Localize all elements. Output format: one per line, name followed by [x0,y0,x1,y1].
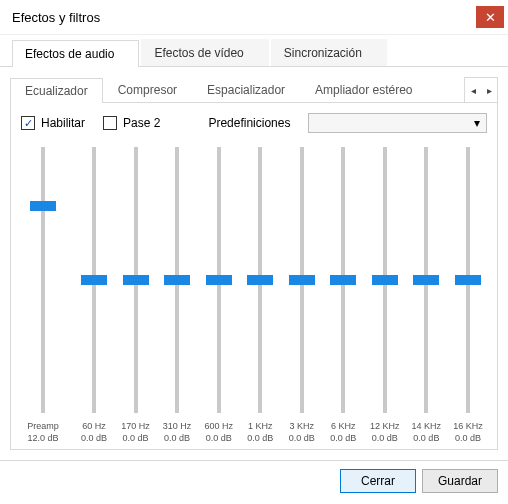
band-freq-label: 310 Hz [163,421,192,433]
band-slider[interactable] [300,147,304,413]
band-gain-value: 0.0 dB [247,433,273,443]
band-slider[interactable] [92,147,96,413]
slider-thumb[interactable] [247,275,273,285]
slider-thumb[interactable] [289,275,315,285]
enable-label: Habilitar [41,116,85,130]
band-gain-value: 0.0 dB [123,433,149,443]
eq-controls-row: ✓ Habilitar Pase 2 Predefiniciones ▾ [21,113,487,133]
band-slider[interactable] [466,147,470,413]
pass2-checkbox[interactable]: Pase 2 [103,116,160,130]
eq-band: 170 Hz0.0 dB [117,143,155,443]
eq-band: 14 KHz0.0 dB [407,143,445,443]
subtab-scroll-nav: ◂ ▸ [464,77,498,102]
titlebar: Efectos y filtros ✕ [0,0,508,35]
band-gain-value: 0.0 dB [164,433,190,443]
slider-thumb[interactable] [164,275,190,285]
close-icon[interactable]: ✕ [476,6,504,28]
band-gain-value: 0.0 dB [372,433,398,443]
eq-band: 1 KHz0.0 dB [241,143,279,443]
checkbox-icon [103,116,117,130]
enable-checkbox[interactable]: ✓ Habilitar [21,116,85,130]
tab-audio-effects[interactable]: Efectos de audio [12,40,139,67]
band-slider[interactable] [341,147,345,413]
band-freq-label: 1 KHz [248,421,273,433]
band-slider[interactable] [175,147,179,413]
band-slider[interactable] [258,147,262,413]
scroll-prev-icon[interactable]: ◂ [465,85,481,96]
band-gain-value: 0.0 dB [413,433,439,443]
main-tabs: Efectos de audio Efectos de vídeo Sincro… [0,35,508,67]
band-gain-value: 0.0 dB [81,433,107,443]
eq-band: 310 Hz0.0 dB [158,143,196,443]
band-freq-label: 12 KHz [370,421,400,433]
preamp-label: Preamp [27,421,59,433]
band-slider[interactable] [134,147,138,413]
slider-thumb[interactable] [413,275,439,285]
band-freq-label: 6 KHz [331,421,356,433]
close-button[interactable]: Cerrar [340,469,416,493]
slider-thumb[interactable] [30,201,56,211]
subtab-stereo-widener[interactable]: Ampliador estéreo [300,77,427,102]
band-freq-label: 600 Hz [204,421,233,433]
checkbox-icon: ✓ [21,116,35,130]
band-freq-label: 60 Hz [82,421,106,433]
eq-band: 12 KHz0.0 dB [366,143,404,443]
band-gain-value: 0.0 dB [455,433,481,443]
tab-sync[interactable]: Sincronización [271,39,387,66]
dialog-footer: Cerrar Guardar [0,460,508,501]
equalizer-panel: ✓ Habilitar Pase 2 Predefiniciones ▾ Pre… [10,103,498,450]
preamp-value: 12.0 dB [27,433,58,443]
eq-band: 600 Hz0.0 dB [200,143,238,443]
tab-video-effects[interactable]: Efectos de vídeo [141,39,268,66]
eq-band: 6 KHz0.0 dB [324,143,362,443]
band-gain-value: 0.0 dB [289,433,315,443]
subtab-compressor[interactable]: Compresor [103,77,192,102]
slider-thumb[interactable] [372,275,398,285]
band-freq-label: 16 KHz [453,421,483,433]
eq-band: 3 KHz0.0 dB [283,143,321,443]
eq-band: 60 Hz0.0 dB [75,143,113,443]
slider-thumb[interactable] [81,275,107,285]
subtab-equalizer[interactable]: Ecualizador [10,78,103,103]
preamp-slider[interactable] [41,147,45,413]
slider-thumb[interactable] [123,275,149,285]
save-button[interactable]: Guardar [422,469,498,493]
band-freq-label: 14 KHz [412,421,442,433]
preset-select[interactable]: ▾ [308,113,487,133]
slider-thumb[interactable] [455,275,481,285]
scroll-next-icon[interactable]: ▸ [481,85,497,96]
sub-tabs: Ecualizador Compresor Espacializador Amp… [10,77,498,103]
equalizer-area: Preamp 12.0 dB 60 Hz0.0 dB170 Hz0.0 dB31… [21,143,487,443]
bands-container: 60 Hz0.0 dB170 Hz0.0 dB310 Hz0.0 dB600 H… [75,143,487,443]
preset-label: Predefiniciones [208,116,290,130]
slider-thumb[interactable] [206,275,232,285]
window-title: Efectos y filtros [12,10,100,25]
band-slider[interactable] [217,147,221,413]
pass2-label: Pase 2 [123,116,160,130]
band-freq-label: 3 KHz [289,421,314,433]
preamp-column: Preamp 12.0 dB [21,143,65,443]
band-freq-label: 170 Hz [121,421,150,433]
eq-band: 16 KHz0.0 dB [449,143,487,443]
band-gain-value: 0.0 dB [206,433,232,443]
chevron-down-icon: ▾ [474,116,480,130]
slider-thumb[interactable] [330,275,356,285]
band-slider[interactable] [424,147,428,413]
subtab-spatializer[interactable]: Espacializador [192,77,300,102]
band-slider[interactable] [383,147,387,413]
band-gain-value: 0.0 dB [330,433,356,443]
